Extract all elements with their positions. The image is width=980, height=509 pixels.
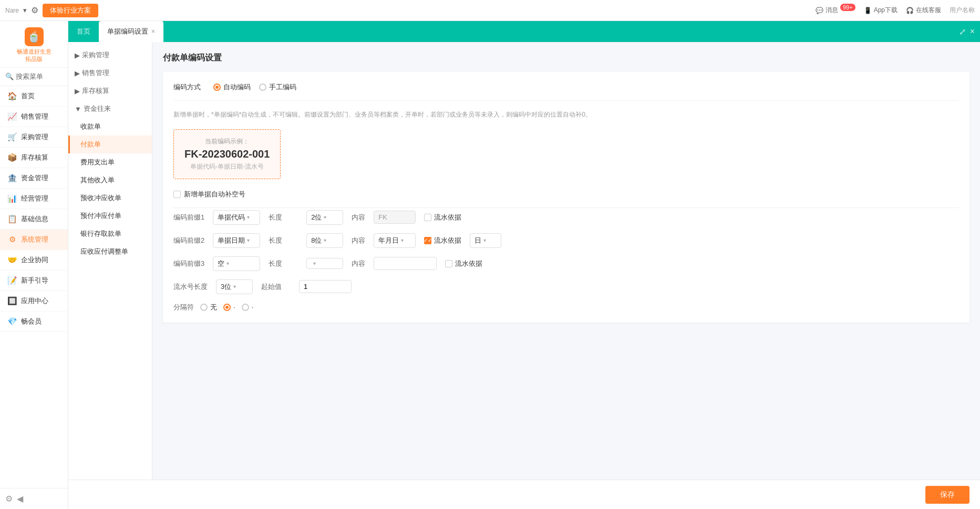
sidebar-label-inventory: 库存核算 (21, 153, 48, 162)
auto-fill-checkbox[interactable] (173, 191, 181, 198)
length3-select[interactable]: ▾ (306, 258, 343, 269)
sub-label-purchase: 采购管理 (82, 50, 109, 60)
sidebar-label-operation: 经营管理 (21, 194, 48, 203)
page-footer: 保存 (68, 480, 980, 509)
tab-close-icon[interactable]: × (151, 28, 155, 35)
start-value-input[interactable] (299, 280, 352, 293)
sub-item-other-income[interactable]: 其他收入单 (68, 171, 152, 189)
save-button[interactable]: 保存 (925, 486, 969, 504)
length2-select[interactable]: 8位 ▾ (306, 233, 343, 248)
logo-icon: 🍵 (25, 27, 44, 46)
sub-header-sales[interactable]: ▶ 销售管理 (68, 64, 152, 82)
sidebar-item-system[interactable]: ⚙ 系统管理 (0, 230, 68, 250)
tab-close-all-icon[interactable]: × (970, 27, 975, 36)
sub-header-finance[interactable]: ▼ 资金往来 (68, 100, 152, 118)
service-group[interactable]: 🎧 在线客服 (906, 6, 941, 15)
sidebar-item-base[interactable]: 📋 基础信息 (0, 209, 68, 230)
message-group[interactable]: 💬 消息 99+ (816, 6, 855, 15)
sidebar-label-sales: 销售管理 (21, 112, 48, 121)
stream2-checkbox[interactable]: ✓ (424, 237, 431, 244)
tab-bar: 首页 单据编码设置 × ⤢ × (68, 21, 980, 42)
sub-header-inventory[interactable]: ▶ 库存核算 (68, 82, 152, 100)
content2-select[interactable]: 年月日 ▾ (374, 233, 416, 248)
stream2-unit-select[interactable]: 日 ▾ (470, 233, 501, 248)
stream2-label: 流水依据 (434, 236, 461, 245)
sub-item-payment[interactable]: 付款单 (68, 136, 152, 153)
sidebar-label-guide: 新手引导 (21, 276, 48, 285)
radio-auto[interactable]: 自动编码 (213, 82, 251, 92)
tab-expand-icon[interactable]: ⤢ (959, 27, 966, 37)
sub-arrow-inventory: ▶ (75, 87, 80, 95)
length3-label: 长度 (269, 259, 298, 268)
message-badge: 99+ (840, 4, 855, 11)
sidebar-item-operation[interactable]: 📊 经营管理 (0, 189, 68, 209)
length1-value: 2位 (311, 213, 322, 222)
collapse-icon[interactable]: ◀ (17, 494, 23, 504)
system-icon: ⚙ (7, 235, 17, 244)
sub-item-receipt[interactable]: 收款单 (68, 118, 152, 136)
sub-item-pre-pay[interactable]: 预付冲应付单 (68, 207, 152, 225)
radio-auto-label: 自动编码 (223, 82, 251, 92)
coding-method-label: 编码方式 (173, 82, 201, 92)
sidebar-item-guide[interactable]: 📝 新手引导 (0, 271, 68, 291)
sidebar-item-purchase[interactable]: 🛒 采购管理 (0, 127, 68, 148)
user-name[interactable]: 用户名称 (950, 6, 975, 15)
radio-manual[interactable]: 手工编码 (259, 82, 296, 92)
tab-home-label: 首页 (77, 27, 90, 36)
trial-button[interactable]: 体验行业方案 (43, 4, 98, 17)
sidebar-item-sales[interactable]: 📈 销售管理 (0, 107, 68, 127)
stream3-checkbox[interactable] (445, 260, 452, 267)
tab-home[interactable]: 首页 (68, 21, 99, 42)
sub-item-pre-receive[interactable]: 预收冲应收单 (68, 189, 152, 207)
sidebar-item-finance[interactable]: 🏦 资金管理 (0, 168, 68, 189)
logo-text: 畅通道好生意 拓品版 (17, 48, 51, 63)
radio-auto-circle (213, 84, 221, 91)
prefix3-value: 空 (218, 259, 224, 268)
sub-item-expense[interactable]: 费用支出单 (68, 153, 152, 171)
guide-icon: 📝 (7, 276, 17, 285)
sidebar-item-home[interactable]: 🏠 首页 (0, 86, 68, 107)
company-name: Nare (5, 7, 19, 14)
sidebar-item-inventory[interactable]: 📦 库存核算 (0, 148, 68, 168)
sub-item-ar-ap-adjust[interactable]: 应收应付调整单 (68, 243, 152, 261)
prefix1-select[interactable]: 单据代码 ▾ (213, 210, 260, 225)
search-label: 搜索菜单 (16, 72, 43, 81)
sub-header-purchase[interactable]: ▶ 采购管理 (68, 46, 152, 64)
length1-select[interactable]: 2位 ▾ (306, 210, 343, 225)
stream1-checkbox[interactable] (424, 214, 431, 221)
sep-radio-none[interactable]: 无 (200, 303, 217, 312)
purchase-icon: 🛒 (7, 132, 17, 142)
example-box: 当前编码示例： FK-20230602-001 单据代码-单据日期-流水号 (173, 129, 281, 179)
sub-label-inventory: 库存核算 (82, 86, 109, 96)
sep-radio-dash[interactable]: · (223, 303, 235, 311)
app-icon: 📱 (864, 7, 872, 14)
main-content: ▶ 采购管理 ▶ 销售管理 ▶ 库存核算 (68, 42, 980, 480)
sub-group-finance: ▼ 资金往来 收款单 付款单 费用支出单 其他收入单 预收冲应收单 预付冲应付单… (68, 100, 152, 261)
sidebar-item-app[interactable]: 🔲 应用中心 (0, 291, 68, 311)
sidebar-item-enterprise[interactable]: 🤝 企业协同 (0, 250, 68, 271)
sales-icon: 📈 (7, 112, 17, 121)
prefix2-value: 单据日期 (218, 236, 245, 245)
settings-bottom-icon[interactable]: ⚙ (5, 494, 13, 504)
prefix3-arrow-icon: ▾ (226, 261, 229, 266)
sidebar-search[interactable]: 🔍 搜索菜单 (0, 68, 68, 86)
sidebar-item-member[interactable]: 💎 畅会员 (0, 311, 68, 332)
message-icon: 💬 (816, 7, 823, 14)
tab-bar-right: ⤢ × (959, 27, 980, 37)
content3-input[interactable] (374, 257, 437, 270)
prefix3-select[interactable]: 空 ▾ (213, 256, 260, 271)
sub-item-bank[interactable]: 银行存取款单 (68, 225, 152, 243)
gear-icon[interactable]: ⚙ (31, 5, 38, 15)
inventory-icon: 📦 (7, 153, 17, 162)
sep-dash-label: · (233, 303, 235, 311)
serial-length-select[interactable]: 3位 ▾ (216, 279, 253, 294)
topbar-dropdown[interactable]: ▾ (23, 6, 27, 14)
separator-label: 分隔符 (173, 303, 194, 312)
page-title: 付款单编码设置 (163, 53, 969, 64)
tab-code-setting[interactable]: 单据编码设置 × (99, 21, 163, 42)
sep-radio-custom[interactable]: · (242, 303, 254, 311)
service-icon: 🎧 (906, 7, 914, 14)
app-download-group[interactable]: 📱 App下载 (864, 6, 898, 15)
prefix2-select[interactable]: 单据日期 ▾ (213, 233, 260, 248)
sidebar-bottom: ⚙ ◀ (0, 488, 68, 509)
